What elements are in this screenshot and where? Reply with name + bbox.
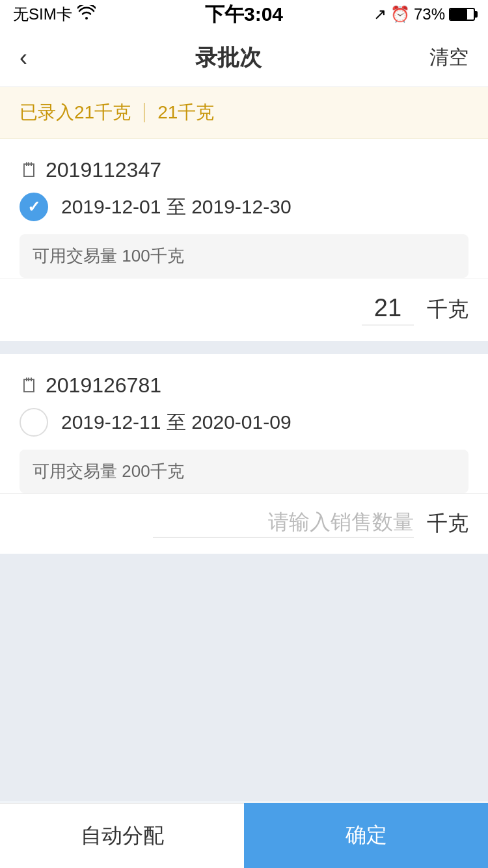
info-divider <box>144 103 144 122</box>
alarm-icon: ⏰ <box>390 5 410 23</box>
batch-2-header: 🗒 2019126781 <box>20 373 468 398</box>
page-title: 录批次 <box>195 43 262 73</box>
location-icon: ↗ <box>373 5 386 23</box>
batch-1-amount-row: 21 千克 <box>0 278 488 341</box>
info-banner: 已录入21千克 21千克 <box>0 87 488 139</box>
batch-1-date-row: 2019-12-01 至 2019-12-30 <box>20 193 468 221</box>
recorded-amount-label: 已录入21千克 <box>20 100 131 125</box>
batch-1-amount-unit: 千克 <box>427 295 468 324</box>
status-bar: 无SIM卡 下午3:04 ↗ ⏰ 73% <box>0 0 488 29</box>
batch-2-radio[interactable] <box>20 408 48 437</box>
status-left: 无SIM卡 <box>13 4 96 25</box>
doc-icon-1: 🗒 <box>20 159 39 182</box>
batch-1-date: 2019-12-01 至 2019-12-30 <box>61 194 291 221</box>
doc-icon-2: 🗒 <box>20 375 39 397</box>
batch-card-2: 🗒 2019126781 2019-12-11 至 2020-01-09 可用交… <box>0 354 488 493</box>
batch-1-radio[interactable] <box>20 193 48 221</box>
confirm-button[interactable]: 确定 <box>244 803 488 868</box>
status-right: ↗ ⏰ 73% <box>373 5 475 23</box>
recorded-amount-value: 21千克 <box>157 100 214 125</box>
empty-area <box>0 554 488 801</box>
batch-2-avail: 可用交易量 200千克 <box>20 450 468 493</box>
batch-2-input-unit: 千克 <box>427 509 468 538</box>
clear-button[interactable]: 清空 <box>429 44 468 71</box>
batch-1-number: 2019112347 <box>46 158 161 182</box>
auto-distribute-button[interactable]: 自动分配 <box>0 803 244 868</box>
batch-card-1: 🗒 2019112347 2019-12-01 至 2019-12-30 可用交… <box>0 139 488 278</box>
batch-2-date-row: 2019-12-11 至 2020-01-09 <box>20 408 468 437</box>
batch-1-amount-value[interactable]: 21 <box>362 294 414 325</box>
wifi-icon <box>77 5 96 23</box>
status-time: 下午3:04 <box>205 1 283 28</box>
section-separator <box>0 341 488 354</box>
batch-2-date: 2019-12-11 至 2020-01-09 <box>61 409 291 436</box>
bottom-bar: 自动分配 确定 <box>0 803 488 868</box>
batch-2-number: 2019126781 <box>46 373 161 398</box>
nav-bar: ‹ 录批次 清空 <box>0 29 488 87</box>
back-button[interactable]: ‹ <box>20 44 27 72</box>
batch-1-avail: 可用交易量 100千克 <box>20 234 468 278</box>
batch-1-header: 🗒 2019112347 <box>20 158 468 182</box>
carrier-label: 无SIM卡 <box>13 4 72 25</box>
battery-icon <box>449 8 475 21</box>
battery-percent: 73% <box>414 5 445 23</box>
quantity-input[interactable] <box>153 510 414 537</box>
batch-2-input-row: 千克 <box>0 493 488 554</box>
